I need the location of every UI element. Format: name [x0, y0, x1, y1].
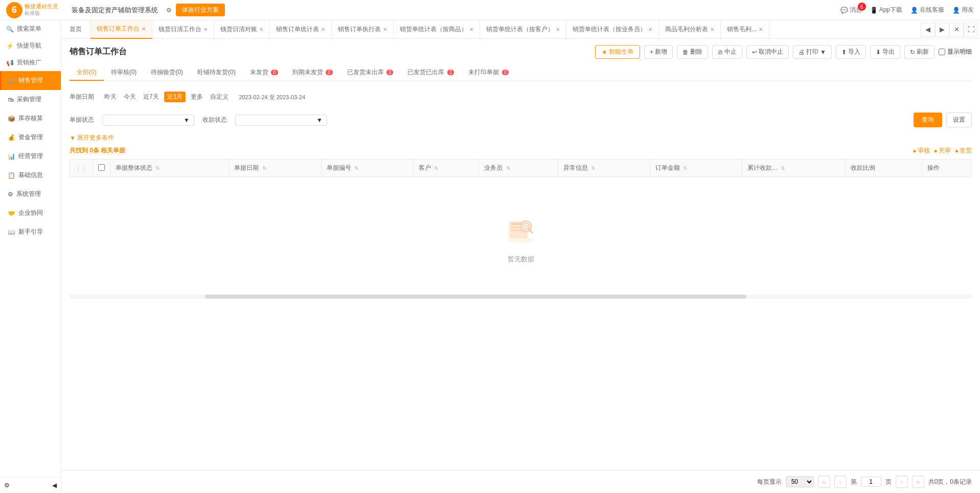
stop-icon: ⊘: [718, 49, 723, 56]
message-icon[interactable]: 💬 消息 6: [840, 6, 862, 14]
title-actions: ★ 智能生单 + 新增 🗑 删除: [595, 45, 972, 59]
scrollbar-thumb[interactable]: [205, 295, 746, 299]
next-page-btn[interactable]: ›: [896, 476, 908, 488]
sidebar-item-finance[interactable]: 💰 资金管理: [0, 128, 61, 147]
date-opt-custom[interactable]: 自定义: [208, 92, 231, 102]
audit-action[interactable]: ● 审核: [913, 146, 929, 155]
col-amount[interactable]: 订单金额 ⇅: [650, 160, 742, 177]
export-btn[interactable]: ⬇ 导出: [870, 45, 900, 59]
filter-tab-wangpu[interactable]: 旺铺待发货(0): [190, 65, 243, 81]
col-status[interactable]: 单据整体状态 ⇅: [110, 160, 229, 177]
tab-close-all[interactable]: ✕: [949, 23, 964, 37]
col-date[interactable]: 单据日期 ⇅: [229, 160, 321, 177]
last-page-btn[interactable]: »: [912, 476, 924, 488]
select-all-checkbox[interactable]: [98, 164, 105, 171]
filter-tab-all[interactable]: 全部(0): [70, 65, 104, 81]
prev-page-btn[interactable]: ‹: [834, 476, 847, 488]
stop-btn[interactable]: ⊘ 中止: [712, 45, 742, 59]
detail-checkbox-input[interactable]: [939, 49, 945, 55]
filter-tab-pending[interactable]: 待审核(0): [104, 65, 144, 81]
sidebar-item-basic[interactable]: 📋 基础信息: [0, 166, 61, 185]
show-detail-checkbox[interactable]: 显示明细: [939, 48, 972, 56]
tab-cash-reconcile[interactable]: 钱货日清对账 ✕: [214, 20, 270, 39]
date-opt-yesterday[interactable]: 昨天: [102, 92, 119, 102]
smart-order-btn[interactable]: ★ 智能生单: [595, 45, 640, 59]
sidebar-item-cooperation[interactable]: 🤝 企业协同: [0, 204, 61, 222]
date-opt-7days[interactable]: 近7天: [141, 92, 161, 102]
tab-close-by-customer[interactable]: ✕: [556, 27, 560, 32]
sidebar-item-marketing[interactable]: 📢 营销推广: [0, 54, 61, 71]
filter-tab-not-shipped[interactable]: 未发货 0: [243, 65, 285, 81]
print-btn[interactable]: 🖨 打印 ▼: [793, 45, 832, 59]
tab-sales-exec[interactable]: 销售订单执行表 ✕: [332, 20, 394, 39]
tab-close-cash-reconcile[interactable]: ✕: [259, 27, 263, 32]
date-range-text: 2023-02-24 至 2023-03-24: [239, 94, 305, 101]
collapse-icon[interactable]: ◀: [52, 482, 57, 489]
delete-btn[interactable]: 🗑 删除: [677, 45, 708, 59]
industry-btn[interactable]: 体验行业方案: [176, 4, 225, 16]
filter-tab-pending-check[interactable]: 待抽验货(0): [144, 65, 190, 81]
tab-sales-by-customer[interactable]: 销货单统计表（按客户） ✕: [480, 20, 566, 39]
sidebar-item-guide[interactable]: 📖 新手引导: [0, 222, 61, 241]
query-btn[interactable]: 查询: [914, 113, 942, 127]
sidebar-item-search[interactable]: 🔍 搜索菜单: [0, 20, 61, 37]
col-exception[interactable]: 异常信息 ⇅: [558, 160, 650, 177]
tab-close-by-product[interactable]: ✕: [469, 27, 473, 32]
tab-sales-more[interactable]: 销售毛利... ✕: [721, 20, 769, 39]
add-btn[interactable]: + 新增: [644, 45, 673, 59]
tab-gross-profit[interactable]: 商品毛利分析表 ✕: [659, 20, 721, 39]
tab-sales-workbench[interactable]: 销售订单工作台 ✕: [90, 20, 152, 39]
expand-more[interactable]: ▼ 展开更多条件: [70, 133, 972, 142]
tab-sales-stat[interactable]: 销售订单统计表 ✕: [270, 20, 332, 39]
first-page-btn[interactable]: «: [818, 476, 830, 488]
filter-tab-overdue[interactable]: 到期未发货 0: [285, 65, 340, 81]
cancel-action[interactable]: ● 充审: [934, 146, 951, 155]
tab-close-sales-more[interactable]: ✕: [759, 27, 763, 32]
cancel-stop-btn[interactable]: ↩ 取消中止: [746, 45, 789, 59]
page-input[interactable]: [861, 477, 881, 487]
online-service[interactable]: 👤 在线客服: [910, 6, 944, 14]
sidebar-item-quicknav[interactable]: ⚡ 快捷导航: [0, 37, 61, 54]
tab-close-gross-profit[interactable]: ✕: [710, 27, 714, 32]
date-opt-today[interactable]: 今天: [122, 92, 138, 102]
gear-icon[interactable]: ⚙: [166, 7, 172, 14]
filter-tab-not-printed[interactable]: 未打印单据 0: [461, 65, 516, 81]
tab-nav-next[interactable]: ▶: [935, 23, 949, 37]
tab-sales-by-staff[interactable]: 销货单统计表（按业务员） ✕: [566, 20, 659, 39]
settings-icon[interactable]: ⚙: [4, 482, 10, 489]
per-page-select[interactable]: 50 10 20 100: [786, 476, 814, 487]
sidebar-item-operation[interactable]: 📊 经营管理: [0, 147, 61, 166]
horizontal-scrollbar[interactable]: [70, 295, 972, 299]
tab-nav-prev[interactable]: ◀: [921, 23, 935, 37]
app-download[interactable]: 📱 App下载: [870, 6, 902, 14]
sidebar-item-sales[interactable]: 🛒 销售管理: [0, 71, 61, 90]
col-checkbox[interactable]: [93, 160, 110, 177]
refresh-btn[interactable]: ↻ 刷新: [904, 45, 935, 59]
payment-select[interactable]: ▼: [235, 115, 327, 126]
tab-sales-by-product[interactable]: 销货单统计表（按商品） ✕: [394, 20, 480, 39]
status-select[interactable]: ▼: [102, 115, 194, 126]
tab-close-sales-stat[interactable]: ✕: [321, 27, 325, 32]
tab-close-by-staff[interactable]: ✕: [648, 27, 652, 32]
sidebar-item-purchase[interactable]: 🛍 采购管理: [0, 90, 61, 109]
tab-cash-daily[interactable]: 钱货日清工作台 ✕: [152, 20, 214, 39]
import-btn[interactable]: ⬆ 导入: [836, 45, 866, 59]
sidebar-item-system[interactable]: ⚙ 系统管理: [0, 185, 61, 204]
tab-home[interactable]: 首页: [61, 20, 90, 39]
sidebar-item-inventory[interactable]: 📦 库存核算: [0, 109, 61, 128]
tab-close-sales-exec[interactable]: ✕: [383, 27, 387, 32]
setting-btn[interactable]: 设置: [946, 113, 972, 127]
col-collected[interactable]: 累计收款... ⇅: [742, 160, 846, 177]
tab-close-sales-workbench[interactable]: ✕: [142, 26, 146, 32]
filter-tab-shipped-out[interactable]: 已发货已出库 0: [400, 65, 461, 81]
user-menu[interactable]: 👤 用友: [952, 6, 974, 14]
col-customer[interactable]: 客户 ⇅: [413, 160, 478, 177]
tab-close-cash-daily[interactable]: ✕: [203, 27, 208, 32]
date-opt-more[interactable]: 更多: [189, 92, 205, 102]
col-staff[interactable]: 业务员 ⇅: [479, 160, 558, 177]
ship-action[interactable]: ● 发货: [955, 146, 972, 155]
date-opt-1month[interactable]: 近1月: [164, 92, 186, 102]
tab-fullscreen[interactable]: ⛶: [964, 23, 978, 37]
col-number[interactable]: 单据编号 ⇅: [321, 160, 413, 177]
filter-tab-shipped-no-out[interactable]: 已发货未出库 0: [340, 65, 401, 81]
